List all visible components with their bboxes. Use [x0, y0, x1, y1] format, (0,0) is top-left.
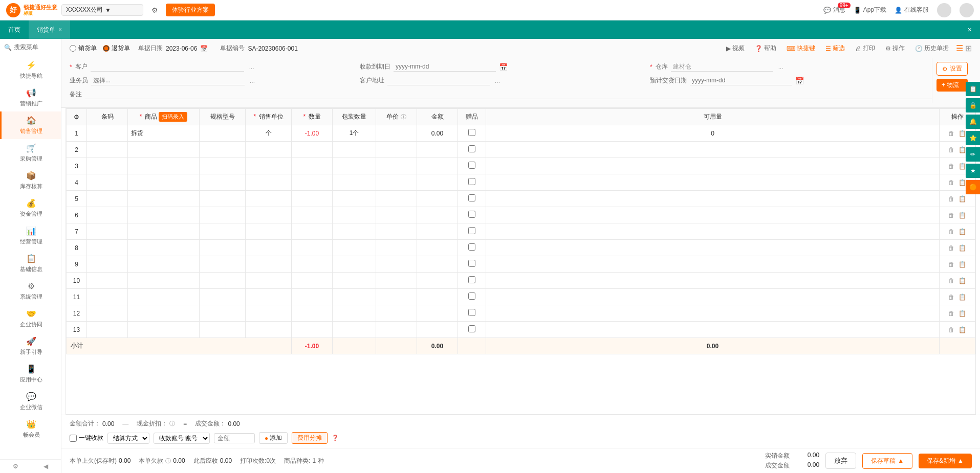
copy-row-icon[interactable]: 📋 [959, 146, 966, 153]
cell-gift[interactable] [458, 125, 486, 142]
cell-qty[interactable] [292, 191, 333, 207]
trial-button[interactable]: 体验行业方案 [166, 4, 215, 16]
copy-row-icon[interactable]: 📋 [959, 179, 966, 186]
copy-row-icon[interactable]: 📋 [959, 212, 966, 219]
cell-amount[interactable] [417, 273, 458, 289]
cell-pack-qty[interactable] [333, 256, 376, 273]
cell-product[interactable] [128, 305, 200, 322]
close-all-tabs-icon[interactable]: × [968, 26, 972, 34]
cell-price[interactable] [376, 158, 417, 174]
cell-spec[interactable] [200, 289, 246, 305]
save-new-button[interactable]: 保存&新增 ▲ [919, 454, 972, 468]
app-download-button[interactable]: 📱 App下载 [854, 6, 886, 14]
cell-unit[interactable] [246, 256, 292, 273]
delivery-date-calendar-icon[interactable]: 📅 [795, 77, 804, 85]
cell-spec[interactable] [200, 240, 246, 256]
cell-gift[interactable] [458, 158, 486, 174]
delete-row-icon[interactable]: 🗑 [948, 244, 954, 252]
cell-gift[interactable] [458, 289, 486, 305]
barcode-input[interactable] [90, 310, 124, 317]
shortcut-button[interactable]: ⌨ 快捷键 [783, 43, 818, 54]
cell-product[interactable] [128, 289, 200, 305]
cell-barcode[interactable] [87, 191, 128, 207]
sidebar-item-appstore[interactable]: 📱 应用中心 [0, 360, 61, 388]
gift-checkbox[interactable] [468, 194, 475, 201]
cell-unit[interactable] [246, 142, 292, 158]
help-button[interactable]: ❓ 帮助 [752, 43, 779, 54]
cell-price[interactable] [376, 289, 417, 305]
copy-row-icon[interactable]: 📋 [959, 277, 966, 284]
cell-price[interactable] [376, 256, 417, 273]
cell-barcode[interactable] [87, 142, 128, 158]
cell-product[interactable] [128, 207, 200, 223]
price-info-icon[interactable]: ⓘ [401, 114, 406, 120]
copy-row-icon[interactable]: 📋 [959, 244, 966, 252]
cell-pack-qty[interactable] [333, 223, 376, 240]
delete-row-icon[interactable]: 🗑 [948, 195, 954, 202]
sidebar-item-finance[interactable]: 💰 资金管理 [0, 194, 61, 222]
cell-qty[interactable] [292, 174, 333, 191]
barcode-input[interactable] [90, 146, 124, 153]
company-selector[interactable]: XXXXXX公司 ▼ [61, 4, 143, 16]
cell-spec[interactable] [200, 125, 246, 142]
cell-amount[interactable] [417, 256, 458, 273]
cell-spec[interactable] [200, 256, 246, 273]
cell-spec[interactable] [200, 142, 246, 158]
cell-pack-qty[interactable] [333, 305, 376, 322]
avatar-2[interactable] [960, 3, 974, 17]
tab-home[interactable]: 首页 [0, 20, 29, 39]
tab-sales-order[interactable]: 销货单 × [29, 20, 70, 39]
sidebar-item-guide[interactable]: 🚀 新手引导 [0, 332, 61, 360]
cell-pack-qty[interactable] [333, 322, 376, 338]
cell-pack-qty[interactable] [333, 174, 376, 191]
cell-spec[interactable] [200, 273, 246, 289]
cell-spec[interactable] [200, 174, 246, 191]
sidebar-collapse-button[interactable]: ◀ [43, 463, 48, 470]
cell-unit[interactable]: 个 [246, 125, 292, 142]
copy-row-icon[interactable]: 📋 [959, 310, 966, 317]
cell-product[interactable]: 拆货 [128, 125, 200, 142]
cell-barcode[interactable] [87, 322, 128, 338]
filter-button[interactable]: ☰ 筛选 [822, 43, 848, 54]
account-select[interactable]: 收款账号 账号 [154, 433, 210, 444]
delete-row-icon[interactable]: 🗑 [948, 310, 954, 317]
cell-spec[interactable] [200, 207, 246, 223]
cell-amount[interactable] [417, 289, 458, 305]
delete-row-icon[interactable]: 🗑 [948, 130, 954, 137]
cell-pack-qty[interactable] [333, 142, 376, 158]
payment-method-select[interactable]: 结算方式 [107, 433, 149, 444]
cell-spec[interactable] [200, 322, 246, 338]
one-click-payment-input[interactable] [70, 435, 77, 442]
sidebar-item-member[interactable]: 👑 畅会员 [0, 415, 61, 443]
delete-row-icon[interactable]: 🗑 [948, 261, 954, 268]
cell-amount[interactable]: 0.00 [417, 125, 458, 142]
grid-view-icon[interactable]: ⊞ [965, 43, 972, 53]
cell-unit[interactable] [246, 191, 292, 207]
cell-spec[interactable] [200, 158, 246, 174]
cell-pack-qty[interactable]: 1个 [333, 125, 376, 142]
cell-gift[interactable] [458, 142, 486, 158]
cell-barcode[interactable] [87, 273, 128, 289]
cell-price[interactable] [376, 191, 417, 207]
cell-amount[interactable] [417, 191, 458, 207]
copy-row-icon[interactable]: 📋 [959, 261, 966, 268]
cell-unit[interactable] [246, 289, 292, 305]
cell-unit[interactable] [246, 158, 292, 174]
scan-button[interactable]: 扫码录入 [159, 112, 187, 122]
copy-row-icon[interactable]: 📋 [959, 163, 966, 170]
tab-close-icon[interactable]: × [58, 26, 62, 33]
cell-qty[interactable] [292, 207, 333, 223]
settings-button[interactable]: ⚙ 设置 [937, 62, 968, 76]
float-btn-5[interactable]: ✏ [966, 147, 980, 162]
cell-spec[interactable] [200, 223, 246, 240]
sidebar-item-quick-nav[interactable]: ⚡ 快捷导航 [0, 56, 61, 84]
cell-amount[interactable] [417, 240, 458, 256]
return-order-radio-input[interactable] [103, 45, 110, 52]
cell-qty[interactable]: -1.00 [292, 125, 333, 142]
cell-product[interactable] [128, 322, 200, 338]
print-button[interactable]: 🖨 打印 [852, 43, 878, 54]
cell-product[interactable] [128, 174, 200, 191]
cell-price[interactable] [376, 125, 417, 142]
cell-unit[interactable] [246, 240, 292, 256]
float-btn-1[interactable]: 📋 [966, 82, 980, 96]
